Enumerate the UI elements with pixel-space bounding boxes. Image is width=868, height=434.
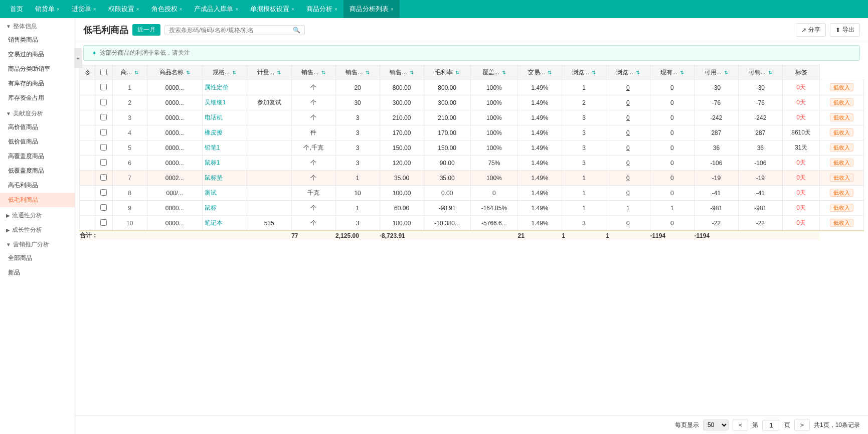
row-browse1[interactable]: 0 bbox=[606, 171, 650, 186]
search-input[interactable] bbox=[169, 27, 293, 34]
col-cover-rate[interactable]: 覆盖... ⇅ bbox=[470, 65, 517, 80]
row-name[interactable]: 测试 bbox=[202, 186, 247, 201]
share-button[interactable]: ↗ 分享 bbox=[796, 23, 826, 37]
col-gross-rate[interactable]: 毛利率 ⇅ bbox=[424, 65, 470, 80]
row-name[interactable]: 铅笔1 bbox=[202, 140, 247, 156]
search-icon[interactable]: 🔍 bbox=[293, 27, 300, 34]
col-checkbox[interactable] bbox=[95, 65, 112, 80]
sidebar-item-新品[interactable]: 新品 bbox=[0, 265, 75, 280]
row-name[interactable]: 笔记本 bbox=[202, 216, 247, 231]
sidebar-item-低覆盖度商品[interactable]: 低覆盖度商品 bbox=[0, 164, 75, 178]
row-settings[interactable] bbox=[80, 186, 95, 201]
nav-close-purchase[interactable]: × bbox=[93, 7, 96, 12]
row-settings[interactable] bbox=[80, 110, 95, 125]
nav-close-sales[interactable]: × bbox=[57, 7, 60, 12]
nav-permission[interactable]: 权限设置 × bbox=[102, 0, 145, 18]
row-settings[interactable] bbox=[80, 95, 95, 110]
col-trade[interactable]: 交易... ⇅ bbox=[518, 65, 562, 80]
row-checkbox[interactable] bbox=[95, 80, 112, 95]
sidebar-group-整体信息[interactable]: ▼ 整体信息 bbox=[0, 18, 75, 33]
nav-close-permission[interactable]: × bbox=[136, 7, 139, 12]
page-input[interactable] bbox=[762, 420, 780, 430]
row-name[interactable]: 鼠标垫 bbox=[202, 171, 247, 186]
sidebar-item-商品分类助销率[interactable]: 商品分类助销率 bbox=[0, 62, 75, 76]
col-sales-count[interactable]: 销售... ⇅ bbox=[291, 65, 335, 80]
col-available[interactable]: 可用... ⇅ bbox=[694, 65, 738, 80]
row-name[interactable]: 鼠标1 bbox=[202, 156, 247, 171]
col-saleable[interactable]: 可销... ⇅ bbox=[738, 65, 782, 80]
row-browse1[interactable]: 0 bbox=[606, 80, 650, 95]
export-button[interactable]: ⬆ 导出 bbox=[830, 23, 860, 37]
row-name[interactable]: 电话机 bbox=[202, 110, 247, 125]
row-checkbox[interactable] bbox=[95, 125, 112, 140]
row-settings[interactable] bbox=[80, 201, 95, 216]
sidebar-item-全部商品[interactable]: 全部商品 bbox=[0, 251, 75, 265]
col-name[interactable]: 商品名称 ⇅ bbox=[147, 65, 202, 80]
sidebar-item-库存资金占用[interactable]: 库存资金占用 bbox=[0, 91, 75, 105]
nav-close-product-analysis[interactable]: × bbox=[334, 7, 337, 12]
row-settings[interactable] bbox=[80, 125, 95, 140]
row-checkbox[interactable] bbox=[95, 95, 112, 110]
col-sales-profit[interactable]: 销售... ⇅ bbox=[380, 65, 424, 80]
sidebar-collapse-button[interactable]: « bbox=[74, 48, 82, 68]
col-code[interactable]: 商... ⇅ bbox=[112, 65, 147, 80]
sidebar-item-有库存的商品[interactable]: 有库存的商品 bbox=[0, 76, 75, 91]
nav-product-entry[interactable]: 产成品入库单 × bbox=[188, 0, 244, 18]
row-name[interactable]: 吴细细1 bbox=[202, 95, 247, 110]
sidebar-item-高价值商品[interactable]: 高价值商品 bbox=[0, 120, 75, 134]
row-browse1[interactable]: 0 bbox=[606, 156, 650, 171]
row-browse1[interactable]: 0 bbox=[606, 140, 650, 156]
sidebar-item-销售类商品[interactable]: 销售类商品 bbox=[0, 33, 75, 47]
row-name[interactable]: 橡皮擦 bbox=[202, 125, 247, 140]
nav-template[interactable]: 单据模板设置 × bbox=[244, 0, 300, 18]
nav-close-template[interactable]: × bbox=[291, 7, 294, 12]
row-settings[interactable] bbox=[80, 216, 95, 231]
row-name[interactable]: 鼠标 bbox=[202, 201, 247, 216]
per-page-select[interactable]: 50 20 100 bbox=[703, 419, 729, 430]
row-settings[interactable] bbox=[80, 156, 95, 171]
sidebar-group-营销推广分析[interactable]: ▼ 营销推广分析 bbox=[0, 236, 75, 251]
sidebar-item-高毛利商品[interactable]: 高毛利商品 bbox=[0, 178, 75, 193]
col-spec[interactable]: 规格... ⇅ bbox=[202, 65, 247, 80]
col-unit[interactable]: 计量... ⇅ bbox=[247, 65, 291, 80]
row-checkbox[interactable] bbox=[95, 156, 112, 171]
prev-page-button[interactable]: ＜ bbox=[733, 419, 748, 431]
row-browse1[interactable]: 0 bbox=[606, 216, 650, 231]
row-browse1[interactable]: 0 bbox=[606, 95, 650, 110]
nav-purchase[interactable]: 进货单 × bbox=[66, 0, 102, 18]
row-checkbox[interactable] bbox=[95, 201, 112, 216]
sidebar-group-美献度分析[interactable]: ▼ 美献度分析 bbox=[0, 105, 75, 120]
row-checkbox[interactable] bbox=[95, 140, 112, 156]
col-sales-amount[interactable]: 销售... ⇅ bbox=[335, 65, 380, 80]
row-checkbox[interactable] bbox=[95, 171, 112, 186]
col-browse1[interactable]: 浏览... ⇅ bbox=[562, 65, 606, 80]
row-browse1[interactable]: 1 bbox=[606, 201, 650, 216]
row-settings[interactable] bbox=[80, 171, 95, 186]
sidebar-item-低毛利商品[interactable]: 低毛利商品 bbox=[0, 193, 75, 207]
sidebar-group-成长性分析[interactable]: ▶ 成长性分析 bbox=[0, 222, 75, 236]
sidebar-item-低价值商品[interactable]: 低价值商品 bbox=[0, 134, 75, 149]
row-checkbox[interactable] bbox=[95, 186, 112, 201]
date-filter-button[interactable]: 近一月 bbox=[132, 24, 160, 36]
nav-home[interactable]: 首页 bbox=[4, 0, 29, 18]
nav-close-role[interactable]: × bbox=[180, 7, 183, 12]
nav-close-product-entry[interactable]: × bbox=[235, 7, 238, 12]
row-browse1[interactable]: 0 bbox=[606, 186, 650, 201]
nav-product-analysis-list[interactable]: 商品分析列表 × bbox=[343, 0, 400, 18]
nav-close-product-analysis-list[interactable]: × bbox=[391, 7, 394, 12]
col-browse2[interactable]: 浏览... ⇅ bbox=[606, 65, 650, 80]
nav-role[interactable]: 角色授权 × bbox=[145, 0, 189, 18]
row-settings[interactable] bbox=[80, 80, 95, 95]
nav-product-analysis[interactable]: 商品分析 × bbox=[300, 0, 343, 18]
row-name[interactable]: 属性定价 bbox=[202, 80, 247, 95]
row-checkbox[interactable] bbox=[95, 110, 112, 125]
nav-sales[interactable]: 销货单 × bbox=[29, 0, 66, 18]
row-settings[interactable] bbox=[80, 140, 95, 156]
sidebar-item-高覆盖度商品[interactable]: 高覆盖度商品 bbox=[0, 149, 75, 164]
next-page-button[interactable]: ＞ bbox=[794, 419, 810, 431]
row-browse1[interactable]: 0 bbox=[606, 110, 650, 125]
row-browse1[interactable]: 0 bbox=[606, 125, 650, 140]
sidebar-group-流通性分析[interactable]: ▶ 流通性分析 bbox=[0, 207, 75, 222]
col-current[interactable]: 现有... ⇅ bbox=[650, 65, 694, 80]
row-checkbox[interactable] bbox=[95, 216, 112, 231]
